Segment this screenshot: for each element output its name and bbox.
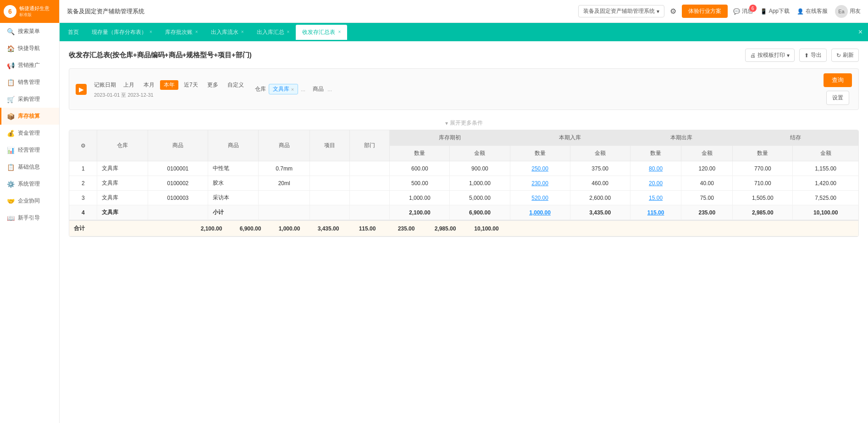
cell-out-amt-2: 75.00 — [681, 191, 733, 205]
settings-table-icon[interactable]: ⚙ — [81, 143, 86, 149]
tab-inventory_dist[interactable]: 现存量（库存分布表）× — [85, 25, 159, 40]
cell-code-1: 0100002 — [148, 176, 208, 191]
tab-close-inout_flow[interactable]: × — [241, 30, 244, 34]
cell-open-qty-0: 600.00 — [390, 161, 450, 176]
col-opening-group: 库存期初 — [390, 130, 510, 146]
footer-bal-qty: 2,985.00 — [427, 225, 464, 232]
date-option-更多[interactable]: 更多 — [204, 80, 222, 90]
sidebar-item-new_guide[interactable]: 📖新手引导 — [0, 209, 59, 226]
date-filter-label: 记账日期 — [94, 81, 116, 89]
date-option-上月[interactable]: 上月 — [120, 80, 138, 90]
logo-subtitle: 标准版 — [19, 12, 50, 18]
refresh-button[interactable]: ↻ 刷新 — [831, 49, 859, 62]
table-row: 1 文具库 0100001 中性笔 0.7mm 600.00 900.00 25… — [69, 161, 858, 176]
col-open-amt: 金额 — [450, 146, 510, 161]
filter-settings-button[interactable]: 设置 — [826, 91, 849, 105]
date-option-本月[interactable]: 本月 — [140, 80, 158, 90]
cell-out-qty-1[interactable]: 20.00 — [630, 176, 681, 191]
main-area: 装备及固定资产辅助管理系统 装备及固定资产辅助管理系统 ▾ ⚙ 体验行业方案 💬… — [60, 0, 868, 423]
expand-more-btn[interactable]: ▾ 展开更多条件 — [69, 116, 859, 130]
export-label: 导出 — [811, 51, 822, 59]
sidebar-item-system_mgmt[interactable]: ⚙️系统管理 — [0, 176, 59, 192]
cell-open-qty-3: 2,100.00 — [390, 205, 450, 220]
experience-btn[interactable]: 体验行业方案 — [682, 5, 728, 18]
date-option-近7天[interactable]: 近7天 — [180, 80, 202, 90]
tab-close-batch[interactable]: × — [195, 30, 198, 34]
sidebar-item-corp_collab[interactable]: 🤝企业协同 — [0, 192, 59, 209]
cell-in-qty-2[interactable]: 520.00 — [510, 191, 570, 205]
cell-open-amt-1: 1,000.00 — [450, 176, 510, 191]
sidebar-label-basic_info: 基础信息 — [18, 163, 40, 171]
tab-close-inout_summary[interactable]: × — [287, 30, 290, 34]
tab-label-inout_flow: 出入库流水 — [211, 28, 238, 36]
warehouse-tag[interactable]: 文具库 × — [269, 84, 298, 94]
sidebar: 6 畅捷通好生意 标准版 🔍搜索菜单🏠快捷导航📢营销推广📋销售管理🛒采购管理📦库… — [0, 0, 60, 423]
finance-icon: 💰 — [7, 130, 14, 137]
cell-out-qty-0[interactable]: 80.00 — [630, 161, 681, 176]
date-option-本年[interactable]: 本年 — [160, 80, 178, 90]
sidebar-item-basic_info[interactable]: 📋基础信息 — [0, 159, 59, 176]
footer-in-qty: 1,000.00 — [271, 225, 308, 232]
settings-gear-icon[interactable]: ⚙ — [670, 7, 676, 16]
print-button[interactable]: 🖨 按模板打印 ▾ — [745, 49, 795, 62]
sidebar-item-purchase_mgmt[interactable]: 🛒采购管理 — [0, 91, 59, 108]
system-title: 装备及固定资产辅助管理系统 — [67, 7, 573, 16]
sidebar-item-biz_mgmt[interactable]: 📊经营管理 — [0, 142, 59, 159]
col-gear-header[interactable]: ⚙ — [69, 130, 97, 161]
user-action[interactable]: Ea 用友 — [835, 5, 861, 18]
tab-close-inventory_dist[interactable]: × — [149, 30, 152, 34]
cell-in-qty-0[interactable]: 250.00 — [510, 161, 570, 176]
sidebar-item-inventory[interactable]: 📦库存核算 — [0, 108, 59, 125]
cell-bal-amt-3: 10,100.00 — [793, 205, 858, 220]
print-icon: 🖨 — [750, 52, 756, 59]
tab-home[interactable]: 首页 — [61, 25, 85, 40]
cell-bal-amt-2: 7,525.00 — [793, 191, 858, 205]
warehouse-more[interactable]: ... — [301, 86, 305, 93]
footer-in-amt: 3,435.00 — [308, 225, 349, 232]
system-dropdown[interactable]: 装备及固定资产辅助管理系统 ▾ — [578, 5, 664, 17]
cell-bal-qty-3: 2,985.00 — [733, 205, 793, 220]
cell-out-qty-3[interactable]: 115.00 — [630, 205, 681, 220]
sidebar-item-finance[interactable]: 💰资金管理 — [0, 125, 59, 142]
col-in-qty: 数量 — [510, 146, 570, 161]
app-download-action[interactable]: 📱 App下载 — [760, 7, 790, 15]
tab-close-recv_summary[interactable]: × — [338, 30, 341, 34]
cell-out-amt-1: 40.00 — [681, 176, 733, 191]
online-service-action[interactable]: 👤 在线客服 — [797, 7, 828, 15]
cell-warehouse-2: 文具库 — [97, 191, 148, 205]
filter-toggle-btn[interactable]: ▶ — [76, 84, 87, 95]
refresh-label: 刷新 — [843, 51, 854, 59]
tab-inout_summary[interactable]: 出入库汇总× — [250, 25, 296, 40]
message-action[interactable]: 💬 消息 6 — [733, 7, 753, 15]
cell-in-qty-1[interactable]: 230.00 — [510, 176, 570, 191]
product-more[interactable]: ... — [327, 86, 332, 93]
sidebar-item-quick_nav[interactable]: 🏠快捷导航 — [0, 40, 59, 57]
sidebar-label-quick_nav: 快捷导航 — [18, 44, 40, 52]
query-button[interactable]: 查询 — [824, 73, 852, 87]
cell-code-3 — [148, 205, 208, 220]
date-option-自定义[interactable]: 自定义 — [224, 80, 248, 90]
warehouse-tag-close-icon[interactable]: × — [291, 87, 294, 92]
tabs-close-all-btn[interactable]: × — [855, 28, 866, 36]
col-spec-header: 商品 — [259, 130, 310, 161]
cell-open-amt-3: 6,900.00 — [450, 205, 510, 220]
cell-out-amt-3: 235.00 — [681, 205, 733, 220]
sidebar-item-search[interactable]: 🔍搜索菜单 — [0, 23, 59, 40]
cell-project-3 — [310, 205, 350, 220]
col-open-qty: 数量 — [390, 146, 450, 161]
filter-right-actions: 查询 设置 — [824, 73, 852, 105]
footer-label: 合计 — [74, 225, 193, 232]
cell-in-qty-3[interactable]: 1,000.00 — [510, 205, 570, 220]
sidebar-item-sales_mgmt[interactable]: 📋销售管理 — [0, 74, 59, 91]
tab-recv_summary[interactable]: 收发存汇总表× — [296, 25, 347, 40]
tab-inout_flow[interactable]: 出入库流水× — [205, 25, 250, 40]
message-badge: 6 — [749, 5, 757, 12]
col-bal-amt: 金额 — [793, 146, 858, 161]
tab-batch[interactable]: 库存批次账× — [159, 25, 205, 40]
cell-out-qty-2[interactable]: 15.00 — [630, 191, 681, 205]
sidebar-item-marketing_promo[interactable]: 📢营销推广 — [0, 57, 59, 74]
cell-dept-2 — [350, 191, 390, 205]
cell-no-1: 2 — [69, 176, 97, 191]
export-button[interactable]: ⬆ 导出 — [799, 49, 827, 62]
date-range-display: 2023-01-01 至 2023-12-31 — [94, 92, 248, 99]
